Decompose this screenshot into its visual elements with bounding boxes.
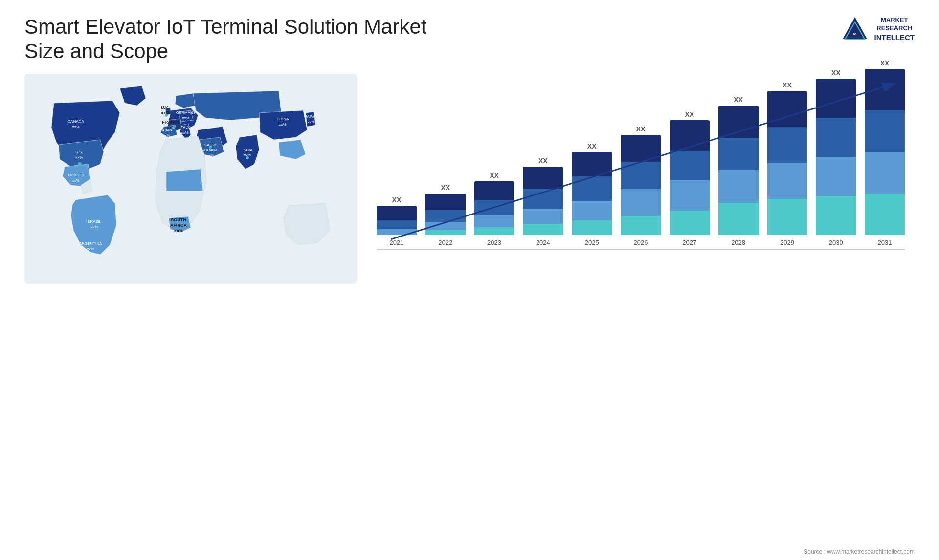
page-container: Smart Elevator IoT Terminal Solution Mar… <box>0 0 939 560</box>
svg-text:ITALY: ITALY <box>179 125 190 129</box>
bar-group-2022: XX 2022 <box>425 184 466 246</box>
svg-text:xx%: xx% <box>181 130 188 135</box>
svg-text:xx%: xx% <box>182 116 189 120</box>
bar-group-2029: XX 2029 <box>767 81 807 246</box>
svg-text:GERMANY: GERMANY <box>176 110 196 115</box>
svg-text:JAPAN: JAPAN <box>305 114 317 119</box>
map-container: CANADA xx% U.S. xx% MEXICO xx% BRAZIL xx… <box>24 74 357 284</box>
bar-stack-2029 <box>767 91 807 235</box>
bar-stack-2031 <box>865 69 905 235</box>
svg-text:xx%: xx% <box>72 178 79 183</box>
bar-group-2025: XX 2025 <box>572 142 612 246</box>
logo-area: M MARKET RESEARCH INTELLECT <box>840 15 915 44</box>
svg-text:xx%: xx% <box>90 225 98 229</box>
svg-text:xx%: xx% <box>174 228 183 233</box>
source-text: Source : www.marketresearchintellect.com <box>804 548 915 555</box>
svg-text:AFRICA: AFRICA <box>170 223 187 228</box>
bar-group-2028: XX 2028 <box>718 96 759 246</box>
page-title: Smart Elevator IoT Terminal Solution Mar… <box>24 15 465 64</box>
bar-stack-2025 <box>572 152 612 235</box>
bar-stack-2027 <box>670 120 710 235</box>
bar-stack-2024 <box>523 167 563 235</box>
svg-text:xx%: xx% <box>87 247 94 251</box>
svg-text:U.S.: U.S. <box>75 150 83 154</box>
bar-stack-2030 <box>816 79 856 235</box>
svg-point-40 <box>246 156 249 159</box>
svg-text:xx%: xx% <box>279 122 286 127</box>
svg-text:INDIA: INDIA <box>242 148 253 152</box>
svg-text:MEXICO: MEXICO <box>68 173 84 177</box>
logo-icon: M <box>840 15 870 44</box>
svg-text:ARGENTINA: ARGENTINA <box>79 241 102 246</box>
svg-text:FRANCE: FRANCE <box>162 120 180 125</box>
bar-chart-area: XX 2021 XX <box>377 79 905 250</box>
bar-stack-2022 <box>425 194 466 235</box>
svg-text:xx%: xx% <box>72 125 79 129</box>
bar-stack-2026 <box>621 135 661 235</box>
svg-text:xx%: xx% <box>206 153 214 158</box>
bar-group-2023: XX 2023 <box>474 172 514 246</box>
svg-text:CHINA: CHINA <box>277 117 290 121</box>
bar-stack-2023 <box>474 181 514 235</box>
svg-point-37 <box>165 114 168 117</box>
svg-text:M: M <box>853 32 856 36</box>
svg-point-38 <box>172 126 175 129</box>
bar-stack-2021 <box>377 206 417 235</box>
svg-text:BRAZIL: BRAZIL <box>88 219 102 224</box>
svg-text:ARABIA: ARABIA <box>203 148 218 152</box>
header: Smart Elevator IoT Terminal Solution Mar… <box>24 15 915 64</box>
bar-group-2021: XX 2021 <box>377 196 417 246</box>
left-panel: CANADA xx% U.S. xx% MEXICO xx% BRAZIL xx… <box>24 74 357 556</box>
main-content: CANADA xx% U.S. xx% MEXICO xx% BRAZIL xx… <box>24 74 915 556</box>
svg-text:SPAIN: SPAIN <box>160 128 172 132</box>
svg-text:SOUTH: SOUTH <box>171 217 186 222</box>
logo-text: MARKET RESEARCH INTELLECT <box>874 16 915 42</box>
bar-chart-container: XX 2021 XX <box>367 74 915 284</box>
right-panel: XX 2021 XX <box>367 74 915 556</box>
bar-group-2026: XX 2026 <box>621 125 661 246</box>
svg-text:xx%: xx% <box>162 133 170 138</box>
svg-point-36 <box>78 162 82 166</box>
svg-text:xx%: xx% <box>75 155 83 160</box>
bar-group-2027: XX 2027 <box>670 110 710 246</box>
svg-text:xx%: xx% <box>307 120 314 124</box>
svg-text:U.K.: U.K. <box>161 105 170 110</box>
bar-group-2024: XX 2024 <box>523 157 563 246</box>
bar-group-2031: XX 2031 <box>865 59 905 246</box>
svg-text:CANADA: CANADA <box>67 119 84 124</box>
svg-point-39 <box>209 146 212 149</box>
bar-stack-2028 <box>718 106 759 235</box>
bar-group-2030: XX 2030 <box>816 69 856 246</box>
